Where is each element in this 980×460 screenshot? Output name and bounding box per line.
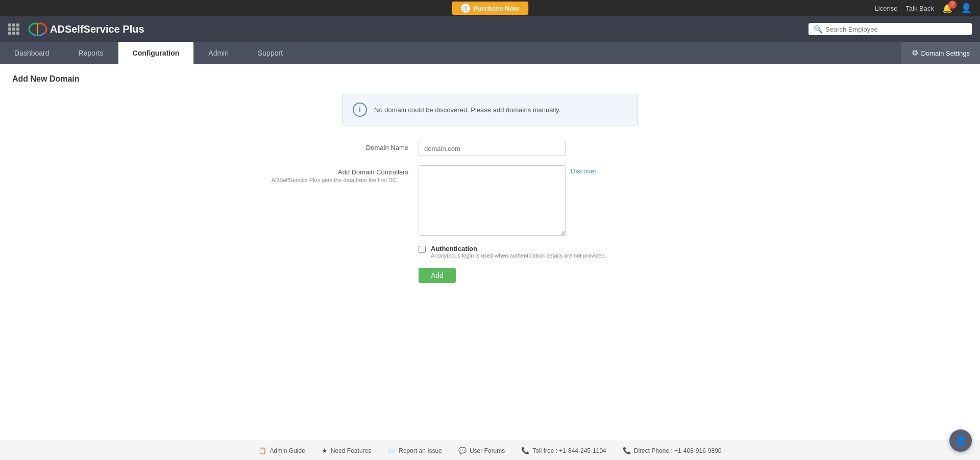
- purchase-now-button[interactable]: 🛒 Purchase Now: [452, 2, 528, 15]
- notification-bell[interactable]: 🔔 2: [942, 4, 952, 13]
- toll-free-icon: 📞: [521, 447, 529, 454]
- search-employee-bar[interactable]: 🔍: [808, 23, 972, 35]
- auth-text-group: Authentication Anonymous login is used w…: [431, 245, 606, 259]
- need-features-link[interactable]: ★ Need Features: [322, 447, 371, 454]
- domain-settings-button[interactable]: ⚙ Domain Settings: [901, 42, 980, 64]
- need-features-icon: ★: [322, 447, 328, 454]
- user-forums-icon: 💬: [458, 447, 467, 454]
- direct-phone-link[interactable]: 📞 Direct Phone : +1-408-916-9890: [623, 447, 722, 454]
- top-banner: 🛒 Purchase Now License Talk Back 🔔 2 👤: [0, 0, 980, 16]
- toll-free-link[interactable]: 📞 Toll free : +1-844-245-1104: [521, 447, 606, 454]
- info-box: i No domain could be discovered. Please …: [342, 94, 638, 125]
- dc-label-group: Add Domain Controllers ADSelfService Plu…: [255, 165, 419, 183]
- page-title: Add New Domain: [12, 74, 968, 84]
- talk-back-link[interactable]: Talk Back: [905, 5, 934, 12]
- nav-dashboard[interactable]: Dashboard: [0, 42, 64, 64]
- app-logo: ADSelfService Plus: [28, 22, 144, 36]
- app-name-text: ADSelfService Plus: [50, 23, 144, 35]
- discover-link[interactable]: Discover: [571, 165, 597, 175]
- dc-label: Add Domain Controllers ADSelfService Plu…: [255, 165, 419, 183]
- info-message: No domain could be discovered. Please ad…: [374, 106, 560, 114]
- report-issue-link[interactable]: 📨 Report an Issue: [387, 447, 442, 454]
- app-header: ADSelfService Plus 🔍: [0, 16, 980, 42]
- nav-support[interactable]: Support: [243, 42, 298, 64]
- domain-name-label: Domain Name: [255, 141, 419, 151]
- chat-support-bubble[interactable]: 👤: [949, 429, 972, 452]
- admin-guide-icon: 📋: [258, 447, 266, 454]
- page-footer: 📋 Admin Guide ★ Need Features 📨 Report a…: [0, 441, 980, 460]
- dc-textarea[interactable]: [419, 165, 566, 236]
- auth-sub: Anonymous login is used when authenticat…: [431, 252, 606, 259]
- license-link[interactable]: License: [875, 5, 898, 12]
- notification-count: 2: [948, 1, 957, 9]
- main-navbar: Dashboard Reports Configuration Admin Su…: [0, 42, 980, 64]
- dc-label-sub: ADSelfService Plus gets the data from th…: [255, 177, 408, 183]
- user-avatar-icon[interactable]: 👤: [961, 3, 972, 14]
- report-issue-icon: 📨: [387, 447, 396, 454]
- domain-name-row: Domain Name: [255, 141, 725, 156]
- add-domain-form: Domain Name Add Domain Controllers ADSel…: [255, 141, 725, 283]
- authentication-checkbox[interactable]: [419, 246, 426, 253]
- admin-guide-link[interactable]: 📋 Admin Guide: [258, 447, 305, 454]
- app-grid-icon[interactable]: [8, 23, 19, 35]
- add-button-row: Add: [255, 268, 725, 283]
- logo-svg: [28, 22, 48, 36]
- user-forums-link[interactable]: 💬 User Forums: [458, 447, 505, 454]
- domain-name-input[interactable]: [419, 141, 566, 156]
- info-icon: i: [353, 103, 367, 117]
- top-right-controls: License Talk Back 🔔 2 👤: [875, 3, 972, 14]
- auth-spacer: [255, 245, 419, 248]
- cart-icon: 🛒: [461, 4, 470, 13]
- dc-area: Discover: [419, 165, 597, 236]
- search-icon: 🔍: [814, 25, 822, 33]
- auth-label: Authentication: [431, 245, 477, 252]
- nav-admin[interactable]: Admin: [194, 42, 243, 64]
- search-employee-input[interactable]: [825, 25, 967, 33]
- domain-controllers-row: Add Domain Controllers ADSelfService Plu…: [255, 165, 725, 236]
- nav-reports[interactable]: Reports: [64, 42, 118, 64]
- page-content: Add New Domain i No domain could be disc…: [0, 64, 980, 441]
- add-button[interactable]: Add: [419, 268, 456, 283]
- authentication-row: Authentication Anonymous login is used w…: [255, 245, 725, 259]
- authentication-field: Authentication Anonymous login is used w…: [419, 245, 606, 259]
- gear-icon: ⚙: [912, 48, 918, 58]
- nav-configuration[interactable]: Configuration: [118, 42, 194, 64]
- direct-phone-icon: 📞: [623, 447, 631, 454]
- domain-name-field: [419, 141, 566, 156]
